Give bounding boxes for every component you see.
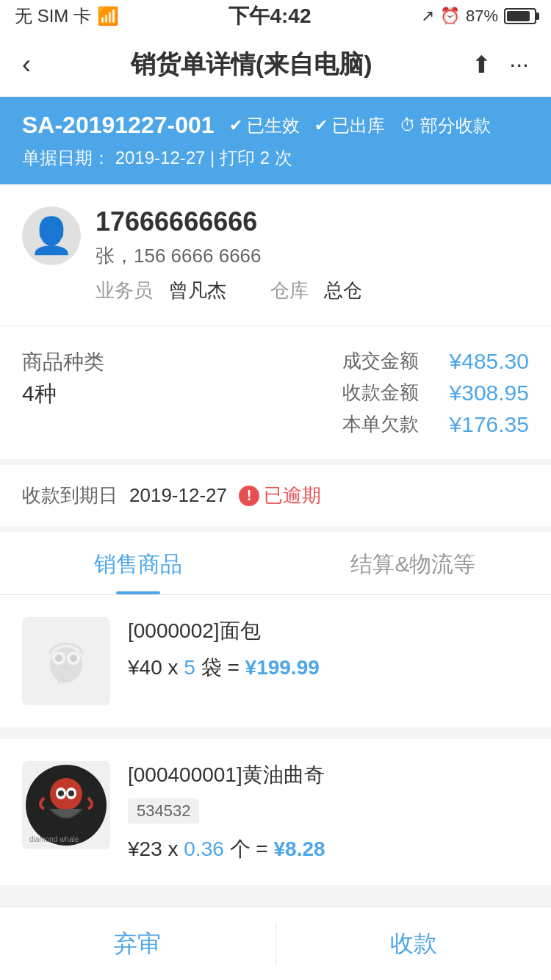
svg-point-8 bbox=[50, 778, 82, 810]
due-date-section: 收款到期日 2019-12-27 ! 已逾期 bbox=[0, 465, 551, 532]
due-date-label: 收款到期日 bbox=[22, 483, 118, 508]
collected-value: ¥308.95 bbox=[433, 381, 529, 406]
tab-settlement[interactable]: 结算&物流等 bbox=[276, 532, 551, 594]
svg-point-12 bbox=[68, 790, 74, 796]
sales-value: 曾凡杰 bbox=[169, 279, 226, 301]
product-info-2: [000400001]黄油曲奇 534532 ¥23 x 0.36 个 = ¥8… bbox=[128, 761, 529, 863]
battery-fill bbox=[507, 11, 530, 21]
warehouse-label: 仓库 bbox=[270, 279, 309, 301]
product-unit-2: 个 bbox=[230, 837, 251, 860]
product-thumb-1: 鲸+ bbox=[22, 617, 110, 705]
sales-meta: 业务员 曾凡杰 bbox=[96, 278, 226, 303]
due-date-value: 2019-12-27 bbox=[129, 484, 227, 507]
battery-icon bbox=[504, 8, 536, 24]
overdue-icon: ! bbox=[239, 486, 259, 506]
tab-products-label: 销售商品 bbox=[94, 552, 182, 576]
svg-text:鲸+: 鲸+ bbox=[57, 677, 69, 685]
owed-value: ¥176.35 bbox=[433, 412, 529, 437]
owed-label: 本单欠款 bbox=[342, 411, 419, 437]
product-type-count: 4种 bbox=[22, 379, 104, 409]
page-title: 销货单详情(来自电脑) bbox=[131, 48, 372, 82]
order-header-banner: SA-20191227-001 ✔ 已生效 ✔ 已出库 ⏱ 部分收款 单据日期：… bbox=[0, 97, 551, 184]
svg-text:diamond whale: diamond whale bbox=[29, 835, 79, 843]
product-count: 商品种类 4种 bbox=[22, 348, 104, 409]
customer-meta: 业务员 曾凡杰 仓库 总仓 bbox=[96, 278, 529, 303]
product-card-2: diamond whale [000400001]黄油曲奇 534532 ¥23… bbox=[0, 739, 551, 885]
nav-bar: ‹ 销货单详情(来自电脑) ⬆ ··· bbox=[0, 32, 551, 97]
warehouse-meta: 仓库 总仓 bbox=[270, 278, 363, 303]
owed-amount-row: 本单欠款 ¥176.35 bbox=[342, 411, 529, 437]
wifi-icon: 📶 bbox=[97, 6, 119, 26]
carrier-text: 无 SIM 卡 bbox=[15, 4, 91, 28]
product-name-1: [0000002]面包 bbox=[128, 617, 529, 645]
overdue-text: 已逾期 bbox=[264, 483, 321, 508]
badge-partial: ⏱ 部分收款 bbox=[400, 114, 491, 137]
customer-phone: 张，156 6666 6666 bbox=[96, 243, 529, 269]
product-qty-2: 0.36 bbox=[184, 837, 224, 860]
status-right: ↗ ⏰ 87% bbox=[421, 7, 536, 26]
product-unit-price-1: ¥40 bbox=[128, 656, 162, 679]
products-list: 鲸+ [0000002]面包 ¥40 x 5 袋 = ¥199.99 bbox=[0, 595, 551, 885]
status-bar: 无 SIM 卡 📶 下午4:42 ↗ ⏰ 87% bbox=[0, 0, 551, 32]
overdue-badge: ! 已逾期 bbox=[239, 483, 321, 508]
back-button[interactable]: ‹ bbox=[22, 49, 31, 80]
tab-products[interactable]: 销售商品 bbox=[0, 532, 276, 594]
status-time: 下午4:42 bbox=[228, 2, 311, 30]
warehouse-value: 总仓 bbox=[324, 279, 362, 301]
check-icon-2: ✔ bbox=[314, 116, 328, 135]
bottom-bar: 弃审 收款 bbox=[0, 907, 551, 980]
collected-amount-row: 收款金额 ¥308.95 bbox=[342, 380, 529, 406]
sales-label: 业务员 bbox=[96, 279, 153, 301]
product-image-placeholder-1: 鲸+ bbox=[37, 632, 96, 691]
deal-label: 成交金额 bbox=[342, 348, 419, 374]
svg-point-11 bbox=[58, 790, 64, 796]
confirm-button[interactable]: 收款 bbox=[276, 907, 552, 980]
stats-section: 商品种类 4种 成交金额 ¥485.30 收款金额 ¥308.95 本单欠款 ¥… bbox=[0, 326, 551, 465]
avatar: 👤 bbox=[22, 206, 81, 265]
deal-amount-row: 成交金额 ¥485.30 bbox=[342, 348, 529, 374]
battery-text: 87% bbox=[466, 7, 498, 26]
product-card-1: 鲸+ [0000002]面包 ¥40 x 5 袋 = ¥199.99 bbox=[0, 595, 551, 727]
product-thumb-2: diamond whale bbox=[22, 761, 110, 849]
tab-settlement-label: 结算&物流等 bbox=[350, 552, 475, 576]
share-icon[interactable]: ⬆ bbox=[472, 51, 491, 79]
check-icon-1: ✔ bbox=[229, 116, 242, 135]
location-icon: ↗ bbox=[421, 7, 434, 26]
product-price-2: ¥23 x 0.36 个 = ¥8.28 bbox=[128, 835, 529, 863]
product-total-2: ¥8.28 bbox=[273, 837, 325, 860]
collected-label: 收款金额 bbox=[342, 380, 419, 406]
svg-point-4 bbox=[70, 655, 77, 662]
nav-actions: ⬆ ··· bbox=[472, 51, 529, 79]
product-qty-1: 5 bbox=[184, 656, 195, 679]
status-left: 无 SIM 卡 📶 bbox=[15, 4, 119, 28]
tab-bar: 销售商品 结算&物流等 bbox=[0, 532, 551, 595]
product-unit-1: 袋 bbox=[201, 656, 222, 679]
product-name-2: [000400001]黄油曲奇 bbox=[128, 761, 529, 789]
customer-info: 17666666666 张，156 6666 6666 业务员 曾凡杰 仓库 总… bbox=[96, 206, 529, 303]
banner-top: SA-20191227-001 ✔ 已生效 ✔ 已出库 ⏱ 部分收款 bbox=[22, 112, 529, 139]
order-id: SA-20191227-001 bbox=[22, 112, 215, 139]
alarm-icon: ⏰ bbox=[440, 7, 460, 26]
product-info-1: [0000002]面包 ¥40 x 5 袋 = ¥199.99 bbox=[128, 617, 529, 682]
product-unit-price-2: ¥23 bbox=[128, 837, 162, 860]
deal-value: ¥485.30 bbox=[433, 349, 529, 374]
product-price-1: ¥40 x 5 袋 = ¥199.99 bbox=[128, 654, 529, 682]
customer-name: 17666666666 bbox=[96, 206, 529, 237]
order-date-info: 单据日期： 2019-12-27 | 打印 2 次 bbox=[22, 146, 529, 170]
user-icon: 👤 bbox=[29, 215, 73, 256]
product-sku-2: 534532 bbox=[128, 799, 199, 824]
product-image-2: diamond whale bbox=[22, 761, 110, 849]
customer-section: 👤 17666666666 张，156 6666 6666 业务员 曾凡杰 仓库… bbox=[0, 184, 551, 326]
product-total-1: ¥199.99 bbox=[245, 656, 320, 679]
more-icon[interactable]: ··· bbox=[509, 51, 529, 78]
cancel-button[interactable]: 弃审 bbox=[0, 907, 276, 980]
badge-effective: ✔ 已生效 bbox=[229, 114, 300, 137]
badge-shipped: ✔ 已出库 bbox=[314, 114, 385, 137]
svg-point-3 bbox=[55, 655, 62, 662]
clock-icon: ⏱ bbox=[400, 116, 416, 135]
product-type-label: 商品种类 bbox=[22, 348, 104, 376]
amount-stats: 成交金额 ¥485.30 收款金额 ¥308.95 本单欠款 ¥176.35 bbox=[342, 348, 529, 437]
